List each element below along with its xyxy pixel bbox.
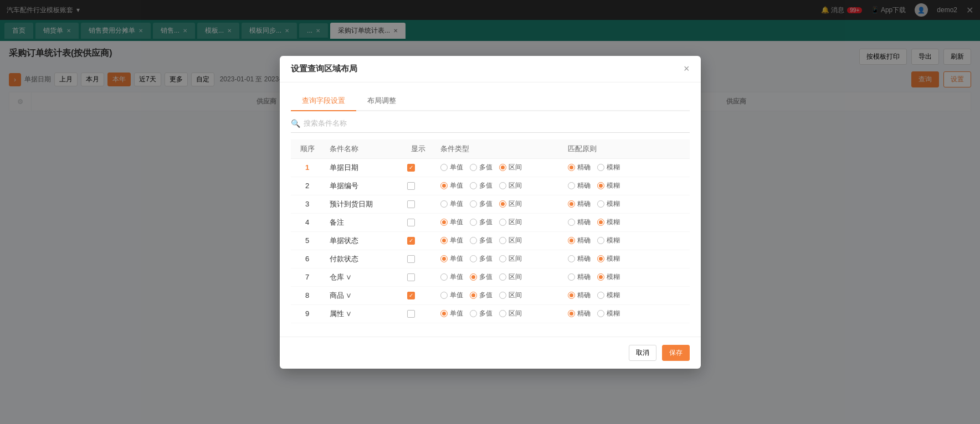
th-type: 条件类型: [435, 139, 562, 152]
search-box: 🔍: [291, 119, 690, 133]
search-input[interactable]: [304, 119, 690, 127]
dialog-close-btn[interactable]: ×: [684, 64, 690, 74]
tab-layout-adjust[interactable]: 布局调整: [356, 91, 407, 111]
tab-query-fields[interactable]: 查询字段设置: [291, 91, 356, 111]
th-match: 匹配原则: [562, 139, 690, 152]
search-icon: 🔍: [291, 119, 300, 128]
dialog-overlay: 设置查询区域布局 × 查询字段设置 布局调整 🔍: [0, 0, 980, 152]
config-table-scroll: 顺序 条件名称 显示 条件类型 匹配原则 1单据日期单值多值区间精确模糊2单据编…: [291, 139, 690, 152]
th-order: 顺序: [291, 139, 324, 152]
settings-dialog: 设置查询区域布局 × 查询字段设置 布局调整 🔍: [280, 56, 701, 152]
dialog-tab-bar: 查询字段设置 布局调整: [291, 91, 690, 111]
dialog-title: 设置查询区域布局: [291, 64, 357, 74]
th-name: 条件名称: [324, 139, 402, 152]
config-table: 顺序 条件名称 显示 条件类型 匹配原则 1单据日期单值多值区间精确模糊2单据编…: [291, 139, 690, 152]
dialog-body: 查询字段设置 布局调整 🔍 顺序 条件名称 显示: [280, 82, 701, 152]
th-display: 显示: [402, 139, 435, 152]
dialog-header: 设置查询区域布局 ×: [280, 56, 701, 82]
